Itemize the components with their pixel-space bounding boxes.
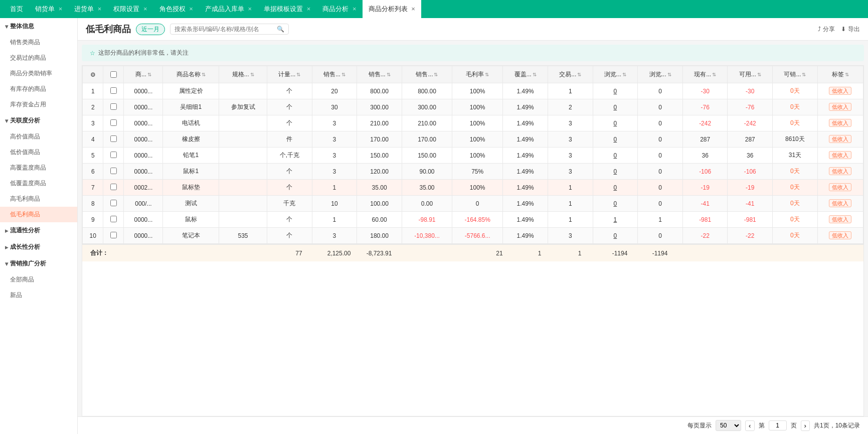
row-select-checkbox[interactable] [110,152,117,158]
col-spec[interactable]: 规格... ⇅ [219,66,267,83]
row-views1[interactable]: 0 [593,180,638,196]
col-sales-profit[interactable]: 销售... ⇅ [402,66,452,83]
col-sales-amount[interactable]: 销售... ⇅ [357,66,402,83]
row-views1[interactable]: 0 [593,99,638,115]
sidebar-group-relevance[interactable]: ▾ 关联度分析 [0,112,77,129]
page-size-select[interactable]: 50 100 200 [716,420,741,431]
close-icon[interactable]: × [307,5,311,13]
close-icon[interactable]: × [59,5,63,13]
row-select-checkbox[interactable] [110,200,117,206]
col-trade-count[interactable]: 交易... ⇅ [548,66,593,83]
row-checkbox[interactable] [103,99,124,115]
row-checkbox[interactable] [103,180,124,196]
sidebar-item-high-value[interactable]: 高价值商品 [0,129,77,144]
sidebar-item-low-coverage[interactable]: 低覆盖度商品 [0,176,77,191]
current-page-input[interactable] [769,420,787,430]
sidebar-group-overview[interactable]: ▾ 整体信息 [0,18,77,35]
row-code: 0000... [124,99,163,115]
close-icon[interactable]: × [98,5,102,13]
notice-text: 这部分商品的利润非常低，请关注 [98,49,189,57]
col-name[interactable]: 商品名称 ⇅ [163,66,219,83]
row-views1[interactable]: 0 [593,164,638,180]
sidebar-group-marketing[interactable]: ▾ 营销推广分析 [0,255,77,272]
col-checkbox-all[interactable] [103,66,124,83]
nav-item-analysis[interactable]: 商品分析 × [316,0,362,18]
nav-item-role[interactable]: 角色授权 × [153,0,199,18]
search-input[interactable] [175,26,275,33]
nav-item-template[interactable]: 单据模板设置 × [258,0,316,18]
row-checkbox[interactable] [103,148,124,164]
prev-page-button[interactable]: ‹ [745,420,754,431]
row-select-checkbox[interactable] [110,87,117,94]
row-views1[interactable]: 0 [593,228,638,244]
col-views1[interactable]: 浏览... ⇅ [593,66,638,83]
nav-item-analysis-list[interactable]: 商品分析列表 × [363,0,421,18]
search-icon[interactable]: 🔍 [277,26,284,33]
sidebar-item-category-rate[interactable]: 商品分类助销率 [0,66,77,81]
export-button[interactable]: ⬇ 导出 [841,25,860,34]
row-checkbox[interactable] [103,196,124,212]
row-views1[interactable]: 0 [593,148,638,164]
share-button[interactable]: ⤴ 分享 [818,25,835,34]
sidebar-item-new-goods[interactable]: 新品 [0,287,77,303]
sidebar-group-growth[interactable]: ▸ 成长性分析 [0,239,77,255]
sidebar-item-low-margin[interactable]: 低毛利商品 [0,207,77,222]
row-checkbox[interactable] [103,164,124,180]
col-coverage[interactable]: 覆盖... ⇅ [503,66,548,83]
row-select-checkbox[interactable] [110,232,117,238]
select-all-checkbox[interactable] [110,71,117,78]
nav-item-permission[interactable]: 权限设置 × [107,0,153,18]
row-checkbox[interactable] [103,131,124,148]
row-select-checkbox[interactable] [110,168,117,174]
row-views1[interactable]: 1 [593,212,638,228]
col-unit[interactable]: 计量... ⇅ [267,66,312,83]
nav-item-home[interactable]: 首页 [4,0,29,18]
data-table-container: ⚙ 商... ⇅ 商品名称 ⇅ 规格... ⇅ 计量... ⇅ 销售... ⇅ … [82,65,864,416]
row-select-checkbox[interactable] [110,103,117,110]
sidebar-item-sales-goods[interactable]: 销售类商品 [0,35,77,50]
row-select-checkbox[interactable] [110,135,117,142]
sidebar-item-high-margin[interactable]: 高毛利商品 [0,191,77,207]
row-views1[interactable]: 0 [593,83,638,99]
sidebar-item-low-value[interactable]: 低价值商品 [0,144,77,160]
row-checkbox[interactable] [103,228,124,244]
col-sellable-days[interactable]: 可销... ⇅ [773,66,818,83]
sidebar-item-all-goods[interactable]: 全部商品 [0,272,77,287]
row-checkbox[interactable] [103,83,124,99]
col-sales-qty[interactable]: 销售... ⇅ [312,66,357,83]
close-icon[interactable]: × [248,5,252,13]
col-stock-current[interactable]: 现有... ⇅ [682,66,728,83]
row-select-checkbox[interactable] [110,119,117,126]
row-stock-available: -22 [728,228,773,244]
close-icon[interactable]: × [411,5,415,13]
sidebar-item-high-coverage[interactable]: 高覆盖度商品 [0,160,77,176]
col-settings[interactable]: ⚙ [83,66,103,83]
nav-item-sales[interactable]: 销货单 × [29,0,68,18]
row-stock-current: -106 [682,164,728,180]
close-icon[interactable]: × [189,5,193,13]
filter-recent-month-button[interactable]: 近一月 [136,24,165,35]
row-select-checkbox[interactable] [110,184,117,190]
col-tag[interactable]: 标签 ⇅ [817,66,863,83]
sidebar-item-capital[interactable]: 库存资金占用 [0,97,77,112]
row-views1[interactable]: 0 [593,196,638,212]
next-page-button[interactable]: › [801,420,810,431]
row-checkbox[interactable] [103,115,124,131]
close-icon[interactable]: × [353,5,357,13]
row-checkbox[interactable] [103,212,124,228]
row-views1[interactable]: 0 [593,131,638,148]
col-stock-available[interactable]: 可用... ⇅ [728,66,773,83]
row-views1[interactable]: 0 [593,115,638,131]
nav-item-product[interactable]: 产成品入库单 × [199,0,258,18]
sidebar-item-has-stock[interactable]: 有库存的商品 [0,81,77,97]
close-icon[interactable]: × [143,5,147,13]
col-code[interactable]: 商... ⇅ [124,66,163,83]
row-sales-amount: 100.00 [357,196,402,212]
sidebar-item-traded[interactable]: 交易过的商品 [0,50,77,66]
row-name: 测试 [163,196,219,212]
col-gross-margin[interactable]: 毛利率 ⇅ [452,66,503,83]
col-views2[interactable]: 浏览... ⇅ [638,66,683,83]
row-select-checkbox[interactable] [110,216,117,222]
nav-item-purchase[interactable]: 进货单 × [68,0,107,18]
sidebar-group-circulation[interactable]: ▸ 流通性分析 [0,222,77,239]
